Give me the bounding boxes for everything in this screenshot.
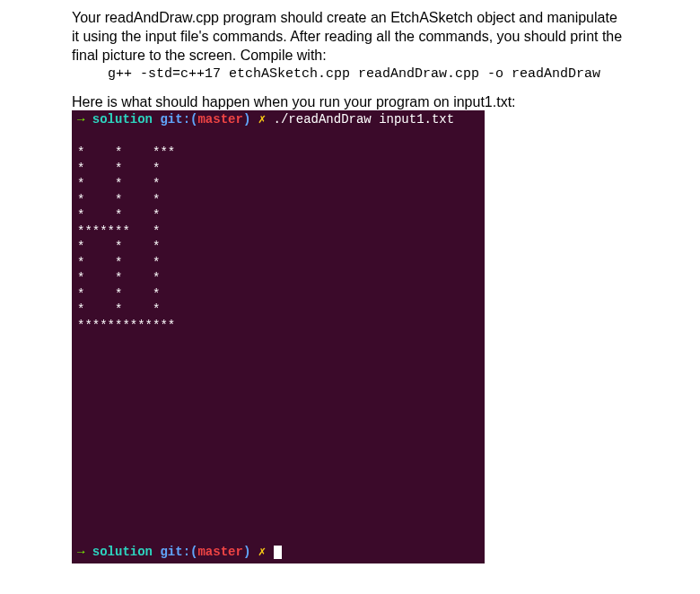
- compile-command: g++ -std=c++17 etchASketch.cpp readAndDr…: [108, 66, 628, 82]
- prompt-arrow-icon: →: [77, 545, 84, 559]
- prompt-directory: solution: [92, 545, 153, 559]
- run-instruction: Here is what should happen when you run …: [72, 94, 628, 110]
- prompt-line-bottom: → solution git:(master) ✗: [77, 545, 282, 561]
- git-prefix: git:(: [160, 545, 197, 559]
- git-prefix: git:(: [160, 112, 197, 127]
- git-suffix: ): [243, 112, 250, 127]
- prompt-directory: solution: [92, 112, 153, 127]
- cursor-block: [274, 546, 282, 559]
- git-suffix: ): [243, 545, 250, 559]
- instructions-paragraph: Your readAndDraw.cpp program should crea…: [72, 9, 628, 65]
- terminal-window: → solution git:(master) ✗ ./readAndDraw …: [72, 110, 485, 563]
- program-output: * * *** * * * * * * * * * * * * ******* …: [77, 130, 479, 335]
- instructions-text: Your readAndDraw.cpp program should crea…: [72, 10, 622, 63]
- dirty-icon: ✗: [258, 545, 266, 559]
- git-branch: master: [197, 545, 242, 559]
- dirty-icon: ✗: [258, 112, 266, 127]
- command-text: ./readAndDraw input1.txt: [274, 112, 455, 127]
- prompt-arrow-icon: →: [77, 112, 84, 127]
- prompt-line-top: → solution git:(master) ✗ ./readAndDraw …: [77, 112, 479, 128]
- git-branch: master: [197, 112, 242, 127]
